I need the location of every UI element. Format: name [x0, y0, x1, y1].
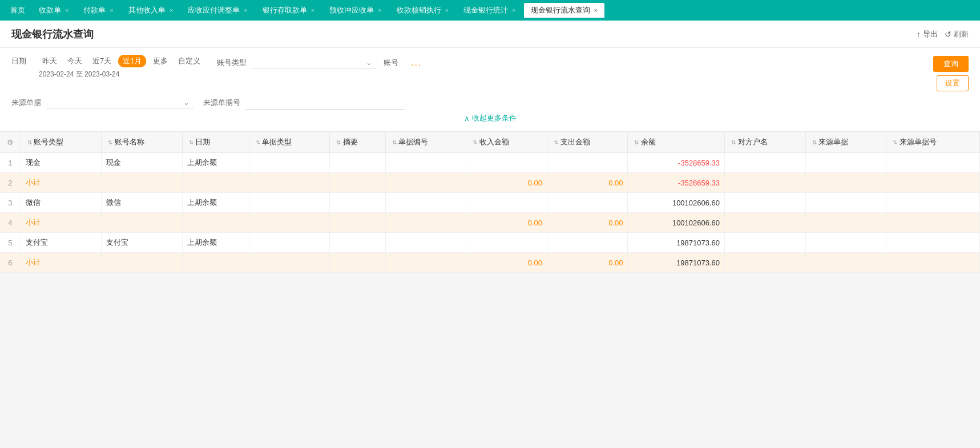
cell-expense: 0.00	[547, 213, 628, 233]
chevron-down-icon: ⌄	[366, 58, 372, 67]
account-type-select[interactable]: ⌄	[251, 57, 377, 68]
nav-tab-advance-offset[interactable]: 预收冲应收单 ×	[322, 3, 388, 18]
col-doc-type[interactable]: ⇅ 单据类型	[249, 132, 330, 153]
sort-icon: ⇅	[189, 139, 193, 146]
sort-icon: ⇅	[812, 139, 817, 146]
cell-source-doc-no	[886, 173, 980, 193]
close-icon[interactable]: ×	[378, 7, 381, 14]
col-source-doc[interactable]: ⇅ 来源单据	[805, 132, 886, 153]
close-icon[interactable]: ×	[244, 7, 247, 14]
row-number: 4	[0, 213, 21, 233]
date-yesterday[interactable]: 昨天	[39, 55, 61, 67]
filter-account-section: 账号类型 ⌄ 账号 ...	[217, 55, 922, 68]
nav-home[interactable]: 首页	[5, 3, 31, 18]
close-icon[interactable]: ×	[65, 7, 68, 14]
cell-balance: 100102606.60	[628, 193, 725, 213]
collapse-bar[interactable]: ∧ 收起更多条件	[11, 110, 969, 124]
date-range-display: 2023-02-24 至 2023-03-24	[39, 70, 119, 78]
dots-button[interactable]: ...	[411, 58, 422, 68]
settings-button[interactable]: 设置	[937, 75, 969, 91]
col-summary[interactable]: ⇅ 摘要	[330, 132, 386, 153]
sort-icon: ⇅	[108, 139, 112, 146]
cell-doc-type	[249, 173, 330, 193]
header-actions: ↑ 导出 ↺ 刷新	[917, 29, 969, 39]
date-today[interactable]: 今天	[64, 55, 86, 67]
close-icon[interactable]: ×	[311, 7, 314, 14]
cell-income: 0.00	[466, 173, 547, 193]
nav-tab-ar-ap-adjust[interactable]: 应收应付调整单 ×	[181, 3, 254, 18]
close-icon[interactable]: ×	[594, 7, 598, 14]
sort-icon: ⇅	[27, 139, 32, 146]
row-number: 1	[0, 153, 21, 173]
cell-summary	[330, 253, 386, 273]
date-1month[interactable]: 近1月	[118, 55, 146, 67]
cell-summary	[330, 193, 386, 213]
cell-expense	[547, 153, 628, 173]
row-number: 3	[0, 193, 21, 213]
cell-expense	[547, 193, 628, 213]
close-icon[interactable]: ×	[170, 7, 173, 14]
gear-icon[interactable]: ⚙	[7, 138, 14, 147]
col-doc-no[interactable]: ⇅ 单据编号	[385, 132, 466, 153]
col-expense[interactable]: ⇅ 支出金额	[547, 132, 628, 153]
col-source-doc-no[interactable]: ⇅ 来源单据号	[886, 132, 980, 153]
date-more[interactable]: 更多	[150, 55, 171, 67]
cell-account-name: 微信	[102, 193, 183, 213]
cell-date	[182, 253, 249, 273]
cell-summary	[330, 213, 386, 233]
sort-icon: ⇅	[554, 139, 558, 146]
date-custom[interactable]: 自定义	[175, 55, 204, 67]
sort-icon: ⇅	[336, 139, 341, 146]
cell-counterparty	[725, 233, 806, 253]
refresh-button[interactable]: ↺ 刷新	[945, 29, 969, 39]
close-icon[interactable]: ×	[110, 7, 113, 14]
data-table: ⚙ ⇅ 账号类型 ⇅ 账号名称 ⇅ 日期 ⇅ 单据类型	[0, 132, 980, 273]
nav-tab-bank-deposit[interactable]: 银行存取款单 ×	[256, 3, 321, 18]
nav-tab-other-income[interactable]: 其他收入单 ×	[122, 3, 180, 18]
cell-balance: 19871073.60	[628, 233, 725, 253]
col-income[interactable]: ⇅ 收入金额	[466, 132, 547, 153]
cell-income	[466, 153, 547, 173]
cell-source-doc-no	[886, 253, 980, 273]
collapse-arrow-icon: ∧	[464, 114, 470, 123]
cell-doc-type	[249, 253, 330, 273]
row-number: 5	[0, 233, 21, 253]
cell-source-doc	[805, 153, 886, 173]
page-title: 现金银行流水查询	[11, 27, 94, 41]
date-7days[interactable]: 近7天	[89, 55, 115, 67]
nav-tab-cash-bank-flow[interactable]: 现金银行流水查询 ×	[524, 3, 604, 18]
cell-source-doc	[805, 253, 886, 273]
nav-tab-receipts[interactable]: 收款单 ×	[32, 3, 75, 18]
col-account-type[interactable]: ⇅ 账号类型	[21, 132, 102, 153]
cell-balance: -3528659.33	[628, 173, 725, 193]
query-button[interactable]: 查询	[933, 56, 969, 72]
source-doc-num-group: 来源单据号	[203, 96, 405, 110]
table-row: 3 微信 微信 上期余额 100102606.60	[0, 193, 980, 213]
table-row: 4 小计 0.00 0.00 100102606.60	[0, 213, 980, 233]
col-settings: ⚙	[0, 132, 21, 153]
close-icon[interactable]: ×	[445, 7, 449, 14]
col-counterparty[interactable]: ⇅ 对方户名	[725, 132, 806, 153]
cell-doc-no	[385, 193, 466, 213]
nav-tab-payments[interactable]: 付款单 ×	[76, 3, 120, 18]
col-date[interactable]: ⇅ 日期	[182, 132, 249, 153]
cell-income	[466, 193, 547, 213]
cell-account-type: 小计	[21, 173, 102, 193]
chevron-down-icon: ⌄	[183, 98, 189, 107]
col-balance[interactable]: ⇅ 余额	[628, 132, 725, 153]
filter-date-section: 日期 昨天 今天 近7天 近1月 更多 自定义 2023-02-24 至 202…	[11, 55, 205, 79]
nav-tab-collection-verify[interactable]: 收款核销执行 ×	[390, 3, 455, 18]
close-icon[interactable]: ×	[512, 7, 515, 14]
export-button[interactable]: ↑ 导出	[917, 29, 938, 39]
cell-balance: 19871073.60	[628, 253, 725, 273]
table-row: 6 小计 0.00 0.00 19871073.60	[0, 253, 980, 273]
cell-doc-type	[249, 193, 330, 213]
source-doc-num-input[interactable]	[245, 96, 405, 110]
col-account-name[interactable]: ⇅ 账号名称	[102, 132, 183, 153]
export-icon: ↑	[917, 30, 921, 39]
table-row: 2 小计 0.00 0.00 -3528659.33	[0, 173, 980, 193]
cell-source-doc	[805, 233, 886, 253]
nav-tab-cash-bank-stats[interactable]: 现金银行统计 ×	[457, 3, 522, 18]
refresh-icon: ↺	[945, 30, 951, 39]
source-doc-select[interactable]: ⌄	[46, 97, 194, 108]
